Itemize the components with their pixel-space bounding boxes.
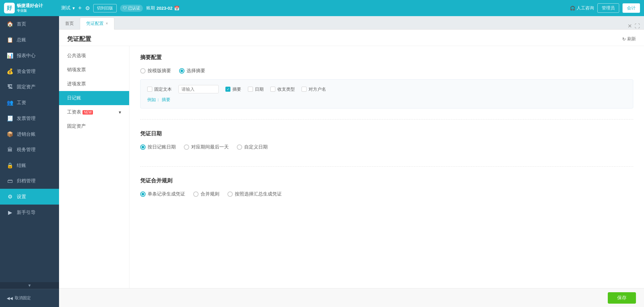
radio-template-circle: [140, 68, 146, 74]
sidebar: 🏠 首页 📋 总账 📊 报表中心 💰 资金管理 🏗 固定资产 👥 工资: [0, 16, 59, 307]
tab-close-window-icon[interactable]: ✕: [628, 23, 632, 29]
sidebar-label-close: 结账: [17, 163, 26, 169]
sidebar-item-tax[interactable]: 🏛 税务管理: [0, 142, 59, 158]
left-nav-fixed-assets[interactable]: 固定资产: [59, 119, 129, 133]
summary-option-select[interactable]: 选择摘要: [179, 68, 205, 74]
sidebar-item-archive[interactable]: 🗃 归档管理: [0, 173, 59, 189]
period-info: 账期 2023-02 📅: [146, 5, 180, 11]
voucher-date-section: 凭证日期 按日记账日期 对应期间最后一天: [140, 130, 633, 167]
content-area: 首页 凭证配置 × ✕ ⛶ 凭证配置 ↻ 刷新: [59, 16, 644, 307]
refresh-btn[interactable]: ↻ 刷新: [622, 36, 636, 42]
tab-bar-actions: ✕ ⛶: [624, 23, 644, 29]
left-nav-purchase-invoice[interactable]: 进项发票: [59, 77, 129, 91]
inner-layout: 公共选项 销项发票 进项发票 日记账 工资表 NEW: [59, 46, 644, 288]
switch-old-btn[interactable]: 切到旧版: [93, 4, 117, 12]
settings-menu-icon: ⚙: [7, 193, 13, 200]
tab-close-icon[interactable]: ×: [106, 21, 108, 26]
refresh-icon: ↻: [622, 37, 626, 42]
sidebar-item-close[interactable]: 🔒 结账: [0, 158, 59, 173]
top-header: 好 畅捷通好会计 专业版 测试 ▾ + ⚙ 切到旧版 🛡 已认证 账期 2023…: [0, 0, 644, 16]
calendar-icon[interactable]: 📅: [174, 6, 179, 11]
main-layout: 🏠 首页 📋 总账 📊 报表中心 💰 资金管理 🏗 固定资产 👥 工资: [0, 16, 644, 307]
reports-icon: 📊: [7, 52, 13, 59]
checkbox-summary[interactable]: ✓ 摘要: [225, 86, 241, 92]
payroll-sheet-label-row: 工资表 NEW: [67, 109, 93, 115]
sidebar-footer: ◀◀ 取消固定: [0, 289, 59, 307]
left-nav-public[interactable]: 公共选项: [59, 49, 129, 63]
sidebar-item-home[interactable]: 🏠 首页: [0, 16, 59, 32]
accountant-btn[interactable]: 会计: [623, 3, 640, 13]
radio-summary-circle: [227, 191, 233, 197]
sidebar-label-capital: 资金管理: [17, 69, 36, 75]
sidebar-item-trade[interactable]: 📦 进销台账: [0, 126, 59, 142]
page-title: 凭证配置: [67, 35, 91, 43]
sidebar-label-trade: 进销台账: [17, 131, 36, 137]
checkbox-counterpart-box: [302, 87, 307, 92]
merge-radio-group: 单条记录生成凭证 合并规则 按照选择汇总生成凭证: [140, 191, 633, 197]
summary-radio-group: 按模版摘要 选择摘要: [140, 68, 633, 74]
collapse-icon: ◀◀: [7, 296, 13, 301]
checkbox-fixed-text[interactable]: 固定文本: [147, 86, 172, 92]
summary-option-template[interactable]: 按模版摘要: [140, 68, 171, 74]
new-badge: NEW: [83, 110, 93, 115]
radio-select-circle: [179, 68, 184, 74]
sidebar-label-home: 首页: [17, 21, 26, 27]
fixed-text-input[interactable]: [178, 85, 219, 93]
sidebar-item-settings[interactable]: ⚙ 设置: [0, 189, 59, 205]
sidebar-item-payroll[interactable]: 👥 工资: [0, 95, 59, 111]
chevron-down-icon: ▾: [119, 109, 121, 115]
sidebar-label-payroll: 工资: [17, 100, 26, 106]
settings-icon[interactable]: ⚙: [85, 5, 90, 11]
sidebar-item-reports[interactable]: 📊 报表中心: [0, 48, 59, 63]
summary-checkbox-row: 固定文本 ✓ 摘要 日期: [147, 85, 626, 93]
sidebar-item-invoice[interactable]: 🧾 发票管理: [0, 111, 59, 126]
service-btn[interactable]: 🎧 人工咨询: [570, 5, 594, 11]
tax-icon: 🏛: [7, 147, 13, 153]
example-text: 例如： 摘要: [147, 97, 626, 103]
date-option-last-day[interactable]: 对应期间最后一天: [184, 144, 229, 150]
radio-custom-date-circle: [237, 144, 242, 150]
sidebar-label-reports: 报表中心: [17, 53, 36, 59]
save-button[interactable]: 保存: [608, 292, 636, 304]
checkbox-date-box: [248, 87, 253, 92]
sidebar-item-guide[interactable]: ▶ 新手引导: [0, 205, 59, 220]
sidebar-scroll-down[interactable]: ▼: [0, 282, 59, 289]
sidebar-item-assets[interactable]: 🏗 固定资产: [0, 79, 59, 95]
merge-option-single[interactable]: 单条记录生成凭证: [140, 191, 185, 197]
logo-text-block: 畅捷通好会计 专业版: [17, 3, 43, 13]
sidebar-item-ledger[interactable]: 📋 总账: [0, 32, 59, 48]
left-nav-sales-invoice[interactable]: 销项发票: [59, 63, 129, 77]
logo-area: 好 畅捷通好会计 专业版: [4, 3, 58, 13]
sidebar-item-capital[interactable]: 💰 资金管理: [0, 63, 59, 79]
left-nav-diary[interactable]: 日记账: [59, 91, 129, 105]
sidebar-scroll: 🏠 首页 📋 总账 📊 报表中心 💰 资金管理 🏗 固定资产 👥 工资: [0, 16, 59, 282]
left-nav-payroll-sheet[interactable]: 工资表 NEW ▾: [59, 105, 129, 119]
checkbox-income-type[interactable]: 收支类型: [270, 86, 295, 92]
checkbox-counterpart[interactable]: 对方户名: [302, 86, 326, 92]
trade-icon: 📦: [7, 131, 13, 137]
add-icon[interactable]: +: [78, 5, 82, 12]
close-period-icon: 🔒: [7, 162, 13, 169]
tab-bar: 首页 凭证配置 × ✕ ⛶: [59, 16, 644, 30]
left-nav: 公共选项 销项发票 进项发票 日记账 工资表 NEW: [59, 46, 129, 288]
summary-options-box: 固定文本 ✓ 摘要 日期: [140, 79, 633, 108]
date-option-diary[interactable]: 按日记账日期: [140, 144, 176, 150]
summary-section-title: 摘要配置: [140, 54, 633, 61]
tab-voucher-config[interactable]: 凭证配置 ×: [80, 17, 114, 30]
date-option-custom[interactable]: 自定义日期: [237, 144, 268, 150]
sidebar-collapse-btn[interactable]: ◀◀ 取消固定: [5, 293, 54, 303]
merge-option-summary[interactable]: 按照选择汇总生成凭证: [227, 191, 282, 197]
radio-diary-date-circle: [140, 144, 146, 150]
tab-home[interactable]: 首页: [59, 18, 80, 29]
invoice-icon: 🧾: [7, 115, 13, 122]
admin-btn[interactable]: 管理员: [597, 3, 619, 13]
tab-expand-icon[interactable]: ⛶: [635, 23, 640, 29]
merge-option-rules[interactable]: 合并规则: [193, 191, 219, 197]
logo-name: 畅捷通好会计: [17, 3, 43, 8]
checkbox-date[interactable]: 日期: [248, 86, 264, 92]
sidebar-label-archive: 归档管理: [17, 178, 36, 184]
dropdown-icon[interactable]: ▾: [72, 5, 75, 11]
page-header: 凭证配置 ↻ 刷新: [59, 30, 644, 46]
radio-rules-circle: [193, 191, 199, 197]
home-icon: 🏠: [7, 21, 13, 27]
